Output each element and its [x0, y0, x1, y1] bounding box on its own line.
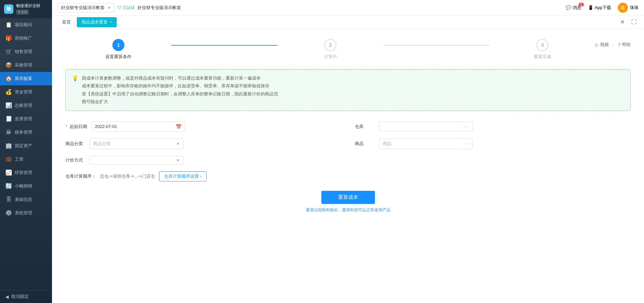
video-btn[interactable]: ▷ 视频 — [595, 42, 609, 48]
submit-hint: 重算过程耗时较长，重算时您可以正常使用产品 — [65, 207, 631, 213]
tabbar: 首页 商品成本重算 × ✕ ⛶ — [52, 15, 644, 29]
sidebar-item-label-finance: 资金管理 — [15, 89, 32, 95]
shield-icon: 🛡 — [117, 5, 121, 10]
sidebar-item-label-tax: 税务管理 — [15, 129, 32, 135]
step-1-num: 1 — [117, 42, 120, 48]
step-1-circle: 1 — [112, 39, 124, 51]
app-download-label: App下载 — [595, 5, 611, 11]
start-date-field: * 起始日期 2022-07-01 📅 — [65, 122, 341, 132]
user-menu[interactable]: 珠 珠珠 — [618, 3, 639, 13]
basic-icon: 🗄 — [5, 196, 12, 203]
assets-icon: 🏢 — [5, 142, 12, 149]
expense-icon: 🔄 — [5, 183, 12, 189]
step-2-label: 计算中 — [324, 54, 337, 60]
play-icon: ▷ — [595, 42, 599, 47]
submit-area: 重算成本 重算过程耗时较长，重算时您可以正常使用产品 — [65, 191, 631, 213]
sidebar-item-tax[interactable]: 🏛 税务管理 — [0, 126, 52, 139]
sidebar-item-accounting[interactable]: 📊 总账管理 — [0, 99, 52, 112]
purchase-icon: 📦 — [5, 62, 12, 69]
step-2-circle: 2 — [324, 39, 336, 51]
goods-field: 商品 商品 ··· — [355, 138, 631, 149]
sidebar-item-label-marketing: 营销推广 — [15, 35, 32, 41]
pricing-label: 计价方式 — [65, 157, 86, 163]
warehouse-field: 仓库 ··· — [355, 122, 631, 131]
start-date-label: * 起始日期 — [65, 124, 87, 130]
sidebar-item-finance[interactable]: 💰 资金管理 — [0, 85, 52, 99]
expand-btn[interactable]: ⛶ — [629, 18, 639, 26]
tab-home-label: 首页 — [62, 19, 71, 25]
video-label: 视频 — [600, 42, 609, 48]
sidebar-item-sales[interactable]: 🛒 销售管理 — [0, 45, 52, 58]
account-name: 好业财专业版演示帐套 — [61, 5, 105, 11]
calendar-icon: 📅 — [176, 124, 181, 129]
username-label: 珠珠 — [630, 5, 639, 11]
start-date-input[interactable]: 2022-07-01 📅 — [91, 122, 185, 132]
tax-icon: 🏛 — [5, 129, 12, 136]
content-area: 1 设置重算条件 2 计算中 3 — [52, 29, 644, 303]
warehouse-order-row: 仓库计算顺序： 总仓->深圳仓库->...->门店仓 仓库计算顺序设置 › — [65, 171, 631, 181]
warehouse-order-value: 总仓->深圳仓库->...->门店仓 — [100, 173, 155, 179]
sidebar-item-marketing[interactable]: 🎁 营销推广 — [0, 32, 52, 45]
category-field: 商品分类 商品分类 ▼ — [65, 138, 341, 149]
info-line-4: 围可能会扩大 — [82, 98, 278, 105]
sidebar-item-expense[interactable]: 🔄 小畅报销 — [0, 179, 52, 193]
warehouse-more-icon: ··· — [464, 124, 469, 129]
submit-btn[interactable]: 重算成本 — [321, 191, 375, 204]
sidebar-item-project[interactable]: 📋 项目顾问 — [0, 18, 52, 32]
sidebar-item-salary[interactable]: 💼 工资 — [0, 153, 52, 166]
step-2-num: 2 — [329, 42, 332, 48]
unpin-label: 取消固定 — [11, 294, 29, 300]
step-3-num: 3 — [541, 42, 544, 48]
verified-badge: 🛡 已认证 — [117, 5, 135, 10]
sidebar-item-invoice[interactable]: 🧾 发票管理 — [0, 112, 52, 126]
app-edition: 专业版 — [16, 9, 29, 15]
warehouse-order-btn[interactable]: 仓库计算顺序设置 › — [159, 171, 207, 181]
topbar-right: 💬 消息 1 📱 App下载 珠 珠珠 — [566, 3, 639, 13]
warehouse-input[interactable]: ··· — [379, 122, 473, 131]
sidebar-item-inventory[interactable]: 🏠 库存核算 — [0, 72, 52, 85]
help-btn[interactable]: ? 帮助 — [618, 42, 631, 48]
info-line-1: 因成本计算参数调整，或是对商品成本有疑问时，可以通过成本重算功能，重新计算一遍成… — [82, 74, 278, 82]
sidebar-item-system[interactable]: ⚙️ 系统管理 — [0, 206, 52, 220]
tab-home[interactable]: 首页 — [57, 17, 75, 27]
system-icon: ⚙️ — [5, 210, 12, 216]
goods-more-icon: ··· — [464, 141, 469, 146]
sidebar-item-basic[interactable]: 🗄 基础信息 — [0, 193, 52, 206]
message-btn[interactable]: 💬 消息 1 — [566, 5, 581, 11]
tab-cost-recalc[interactable]: 商品成本重算 × — [77, 17, 117, 27]
tabbar-actions: ✕ ⛶ — [618, 18, 639, 26]
account-selector[interactable]: 好业财专业版演示帐套 ▼ — [57, 3, 115, 12]
tab-cost-label: 商品成本重算 — [82, 19, 108, 25]
svg-text:珠: 珠 — [621, 5, 625, 10]
stepper-container: 1 设置重算条件 2 计算中 3 — [65, 39, 631, 60]
category-select[interactable]: 商品分类 ▼ — [90, 138, 183, 149]
sidebar-bottom: ◀ 取消固定 — [0, 290, 52, 303]
category-label: 商品分类 — [65, 141, 86, 147]
sidebar-item-label-project: 项目顾问 — [15, 22, 32, 28]
tab-close-icon[interactable]: × — [110, 20, 112, 25]
pricing-select[interactable]: ▼ — [90, 156, 183, 165]
goods-input[interactable]: 商品 ··· — [379, 138, 473, 149]
stepper: 1 设置重算条件 2 计算中 3 — [65, 39, 595, 60]
question-icon: ? — [618, 42, 621, 47]
main-area: 好业财专业版演示帐套 ▼ 🛡 已认证 好业财专业版演示帐套 💬 消息 1 📱 A… — [52, 0, 644, 303]
required-marker: * — [65, 124, 67, 129]
form-row-3: 计价方式 ▼ — [65, 156, 631, 165]
sidebar-item-purchase[interactable]: 📦 采购管理 — [0, 58, 52, 72]
step-3-circle: 3 — [536, 39, 548, 51]
logo-icon: 畅 — [4, 4, 13, 14]
step-2: 2 计算中 — [277, 39, 383, 60]
pricing-chevron-icon: ▼ — [176, 158, 180, 162]
sidebar-unpin[interactable]: ◀ 取消固定 — [0, 290, 52, 303]
submit-btn-label: 重算成本 — [338, 194, 358, 200]
sidebar-item-assets[interactable]: 🏢 固定资产 — [0, 139, 52, 153]
info-box: 💡 因成本计算参数调整，或是对商品成本有疑问时，可以通过成本重算功能，重新计算一… — [65, 69, 631, 111]
salary-icon: 💼 — [5, 156, 12, 163]
goods-label: 商品 — [355, 141, 375, 147]
app-download-btn[interactable]: 📱 App下载 — [588, 5, 611, 11]
phone-icon: 📱 — [588, 5, 593, 10]
sidebar-item-ops[interactable]: 📈 经营管理 — [0, 166, 52, 179]
chevron-right-icon: › — [200, 174, 202, 179]
stepper-help: ▷ 视频 | ? 帮助 — [595, 39, 631, 48]
close-window-btn[interactable]: ✕ — [618, 18, 627, 26]
